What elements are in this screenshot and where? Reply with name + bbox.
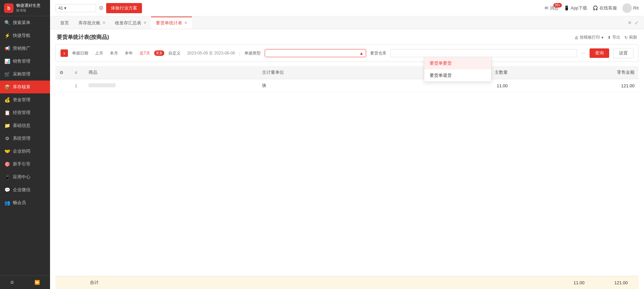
tab-1[interactable]: 库存批次账 ✕ <box>74 17 110 29</box>
print-icon: 🖨 <box>574 35 578 40</box>
tab-bar: 首页库存批次账 ✕收发存汇总表 ✕要货单统计表 ✕ ✕ ⤢ <box>50 16 644 29</box>
tab-label-2: 收发存汇总表 <box>115 20 141 26</box>
page-header: 要货单统计表(按商品) 🖨 按模板打印 ▾ ⬆ 导出 ↻ 刷新 <box>50 29 644 44</box>
tab-close-2[interactable]: ✕ <box>143 21 146 25</box>
dropdown-item-0[interactable]: 要货单要货 <box>424 57 491 69</box>
tab-close-1[interactable]: ✕ <box>102 21 105 25</box>
type-select-arrow-icon[interactable]: ▲ <box>357 51 366 56</box>
sidebar-label-purchase: 采购管理 <box>13 71 30 77</box>
sidebar-item-sales[interactable]: 📊 销售管理 <box>0 55 50 68</box>
settings-btn[interactable]: ⚙ <box>7 279 17 286</box>
sidebar-item-enterprise[interactable]: 🤝 企业协同 <box>0 145 50 158</box>
warehouse-filter-label: 要货仓库 <box>370 50 386 56</box>
footer-total-qty: 11.00 <box>573 280 601 285</box>
date-this-year[interactable]: 本年 <box>122 49 136 57</box>
sidebar: b 畅捷通好生意 标准版 🔍 搜索菜单 ⚡ 快捷导航 📢 营销推广 📊 销售管理… <box>0 0 50 289</box>
sidebar-icon-quick-nav: ⚡ <box>4 32 10 39</box>
sidebar-icon-search: 🔍 <box>4 20 10 26</box>
sidebar-bottom: ⚙ ⏩ <box>0 275 50 289</box>
sidebar-label-basic: 基础信息 <box>13 123 30 129</box>
notification-item[interactable]: ✉ 消息 99+ <box>545 5 558 11</box>
company-select[interactable]: 41 ▾ <box>55 4 96 12</box>
type-filter-label: 单据类型 <box>244 50 261 56</box>
date-filter-label: 单据日期 <box>72 50 88 56</box>
tab-2[interactable]: 收发存汇总表 ✕ <box>110 17 151 29</box>
row-amount-0: 121.00 <box>512 79 639 92</box>
page-actions: 🖨 按模板打印 ▾ ⬆ 导出 ↻ 刷新 <box>574 35 637 40</box>
tab-label-3: 要货单统计表 <box>156 20 182 26</box>
sidebar-label-inventory: 库存核算 <box>13 84 30 90</box>
table-settings-col-header[interactable]: ⚙ <box>55 66 68 79</box>
sidebar-item-search[interactable]: 🔍 搜索菜单 <box>0 16 50 29</box>
app-download-label: App下载 <box>571 5 587 11</box>
filter-more-dots[interactable]: ··· <box>581 50 586 56</box>
sidebar-icon-basic: 📁 <box>4 123 10 129</box>
app-download-item[interactable]: 📱 App下载 <box>564 5 587 11</box>
sidebar-item-system[interactable]: ⚙ 系统管理 <box>0 132 50 145</box>
message-icon: ✉ <box>545 5 548 10</box>
date-this-month[interactable]: 本月 <box>107 49 121 57</box>
sidebar-item-guide[interactable]: 🎯 新手引导 <box>0 158 50 171</box>
sidebar-item-operations[interactable]: 📋 经营管理 <box>0 106 50 119</box>
date-more-badge[interactable]: 更多 <box>154 50 164 56</box>
sidebar-item-finance[interactable]: 💰 资金管理 <box>0 93 50 106</box>
topbar-right: ✉ 消息 99+ 📱 App下载 🎧 在线客服 Rit <box>545 3 639 13</box>
date-quick-options: 上月 本月 本年 近7天 更多 自定义 <box>92 49 183 57</box>
industry-btn[interactable]: 体验行业方案 <box>106 3 142 13</box>
user-avatar-item[interactable]: Rit <box>622 3 639 13</box>
print-btn[interactable]: 🖨 按模板打印 ▾ <box>574 35 603 40</box>
print-label: 按模板打印 <box>580 35 600 40</box>
footer-total-label: 合计 <box>89 280 519 286</box>
sidebar-item-wechat[interactable]: 💬 企业微信 <box>0 183 50 196</box>
app-logo-icon: b <box>4 3 14 13</box>
sidebar-icon-inventory: 📦 <box>4 84 10 90</box>
tab-close-3[interactable]: ✕ <box>184 21 187 25</box>
filter-expand-btn[interactable]: › <box>61 49 68 57</box>
page-title: 要货单统计表(按商品) <box>57 34 109 41</box>
type-select-input[interactable] <box>265 49 357 57</box>
sidebar-label-enterprise: 企业协同 <box>13 148 30 154</box>
date-prev-month[interactable]: 上月 <box>92 49 106 57</box>
sidebar-icon-operations: 📋 <box>4 110 10 116</box>
sidebar-item-basic[interactable]: 📁 基础信息 <box>0 119 50 132</box>
tab-maximize-icon[interactable]: ⤢ <box>635 20 639 25</box>
sidebar-item-purchase[interactable]: 🛒 采购管理 <box>0 68 50 81</box>
filter-settings-btn[interactable]: 设置 <box>613 48 634 58</box>
topbar-settings-icon[interactable]: ⚙ <box>99 5 103 11</box>
sidebar-item-member[interactable]: 👥 畅会员 <box>0 196 50 209</box>
sidebar-item-apps[interactable]: 📱 应用中心 <box>0 171 50 183</box>
row-unit-0: 块 <box>258 79 406 92</box>
warehouse-input[interactable] <box>390 49 577 57</box>
export-btn[interactable]: ⬆ 导出 <box>607 35 620 40</box>
tab-0[interactable]: 首页 <box>55 17 74 29</box>
tab-3[interactable]: 要货单统计表 ✕ <box>151 17 192 29</box>
date-range-display: 2023-05-06 至 2023-06-06 <box>187 50 235 56</box>
app-name: 畅捷通好生意 <box>16 3 41 8</box>
notification-badge: 99+ <box>553 3 562 7</box>
row-settings-0 <box>55 79 68 92</box>
sidebar-icon-enterprise: 🤝 <box>4 148 10 154</box>
table-footer: 合计 11.00 121.00 <box>55 276 639 289</box>
query-btn[interactable]: 查询 <box>590 48 609 58</box>
sidebar-item-inventory[interactable]: 📦 库存核算 <box>0 81 50 93</box>
phone-icon: 📱 <box>564 5 569 10</box>
date-7days[interactable]: 近7天 <box>137 49 153 57</box>
type-select-wrapper[interactable]: ▲ 要货单要货要货单退货 <box>265 49 366 57</box>
sidebar-label-search: 搜索菜单 <box>13 20 30 26</box>
tab-close-all-icon[interactable]: ✕ <box>628 20 632 25</box>
sidebar-label-system: 系统管理 <box>13 135 30 141</box>
sidebar-label-wechat: 企业微信 <box>13 187 30 193</box>
collapse-btn[interactable]: ⏩ <box>32 279 43 286</box>
dropdown-item-1[interactable]: 要货单退货 <box>424 69 491 82</box>
sidebar-item-quick-nav[interactable]: ⚡ 快捷导航 <box>0 29 50 42</box>
sidebar-icon-purchase: 🛒 <box>4 71 10 77</box>
date-custom[interactable]: 自定义 <box>166 49 183 57</box>
sidebar-icon-sales: 📊 <box>4 58 10 64</box>
refresh-btn[interactable]: ↻ 刷新 <box>624 35 637 40</box>
sidebar-icon-guide: 🎯 <box>4 161 10 167</box>
online-service-item[interactable]: 🎧 在线客服 <box>593 5 617 11</box>
col-amount-header: 零售金额 <box>512 66 639 79</box>
sidebar-label-sales: 销售管理 <box>13 58 30 64</box>
topbar: 41 ▾ ⚙ 体验行业方案 ✉ 消息 99+ 📱 App下载 🎧 在线客服 R <box>50 0 644 16</box>
sidebar-item-marketing[interactable]: 📢 营销推广 <box>0 42 50 55</box>
